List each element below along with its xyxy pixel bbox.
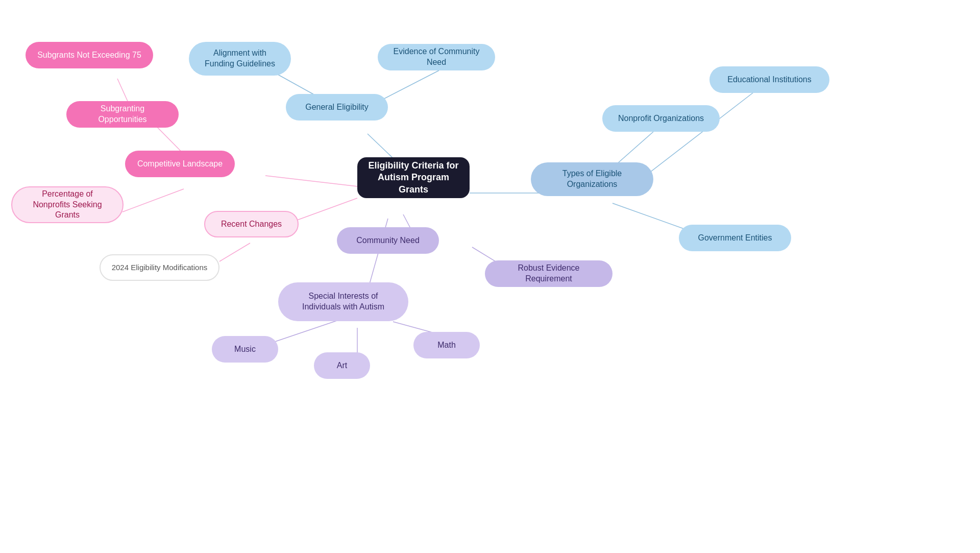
art-node[interactable]: Art (314, 352, 370, 379)
robust-evidence-label: Robust Evidence Requirement (495, 263, 602, 284)
eligibility-2024-node[interactable]: 2024 Eligibility Modifications (100, 254, 219, 281)
svg-line-14 (219, 243, 250, 261)
evidence-community-label: Evidence of Community Need (388, 46, 485, 68)
educational-label: Educational Institutions (727, 75, 812, 85)
evidence-community-node[interactable]: Evidence of Community Need (378, 44, 495, 70)
alignment-funding-node[interactable]: Alignment with Funding Guidelines (189, 42, 291, 76)
types-eligible-label: Types of Eligible Organizations (541, 169, 643, 190)
community-need-node[interactable]: Community Need (337, 227, 439, 254)
competitive-node[interactable]: Competitive Landscape (125, 151, 235, 177)
svg-line-10 (271, 321, 337, 343)
music-node[interactable]: Music (212, 336, 278, 363)
subgrants-75-label: Subgrants Not Exceeding 75 (37, 50, 141, 61)
nonprofit-label: Nonprofit Organizations (618, 113, 704, 124)
math-label: Math (437, 340, 456, 351)
general-eligibility-node[interactable]: General Eligibility (286, 94, 388, 121)
recent-changes-node[interactable]: Recent Changes (204, 211, 299, 237)
alignment-funding-label: Alignment with Funding Guidelines (199, 48, 281, 69)
types-eligible-node[interactable]: Types of Eligible Organizations (531, 162, 653, 196)
svg-line-18 (122, 189, 184, 212)
competitive-label: Competitive Landscape (137, 159, 223, 170)
educational-node[interactable]: Educational Institutions (709, 66, 829, 93)
recent-changes-label: Recent Changes (221, 219, 282, 230)
subgrants-75-node[interactable]: Subgrants Not Exceeding 75 (26, 42, 153, 68)
center-label: Eligibility Criteria for Autism Program … (368, 160, 459, 196)
community-need-label: Community Need (356, 235, 420, 246)
math-node[interactable]: Math (413, 332, 480, 358)
special-interests-label: Special Interests of Individuals with Au… (288, 291, 398, 312)
percentage-nonprofits-label: Percentage of Nonprofits Seeking Grants (22, 189, 112, 221)
general-eligibility-label: General Eligibility (305, 102, 369, 113)
center-node[interactable]: Eligibility Criteria for Autism Program … (357, 157, 470, 198)
government-label: Government Entities (698, 233, 772, 244)
music-label: Music (234, 344, 256, 355)
government-node[interactable]: Government Entities (679, 225, 791, 251)
nonprofit-node[interactable]: Nonprofit Organizations (602, 105, 720, 132)
subgranting-node[interactable]: Subgranting Opportunities (66, 101, 179, 128)
art-label: Art (337, 360, 347, 371)
svg-line-5 (648, 91, 755, 174)
special-interests-node[interactable]: Special Interests of Individuals with Au… (278, 282, 408, 321)
robust-evidence-node[interactable]: Robust Evidence Requirement (485, 260, 612, 287)
svg-line-15 (265, 176, 357, 186)
eligibility-2024-label: 2024 Eligibility Modifications (112, 262, 208, 273)
subgranting-label: Subgranting Opportunities (77, 104, 168, 125)
percentage-nonprofits-node[interactable]: Percentage of Nonprofits Seeking Grants (11, 186, 124, 223)
